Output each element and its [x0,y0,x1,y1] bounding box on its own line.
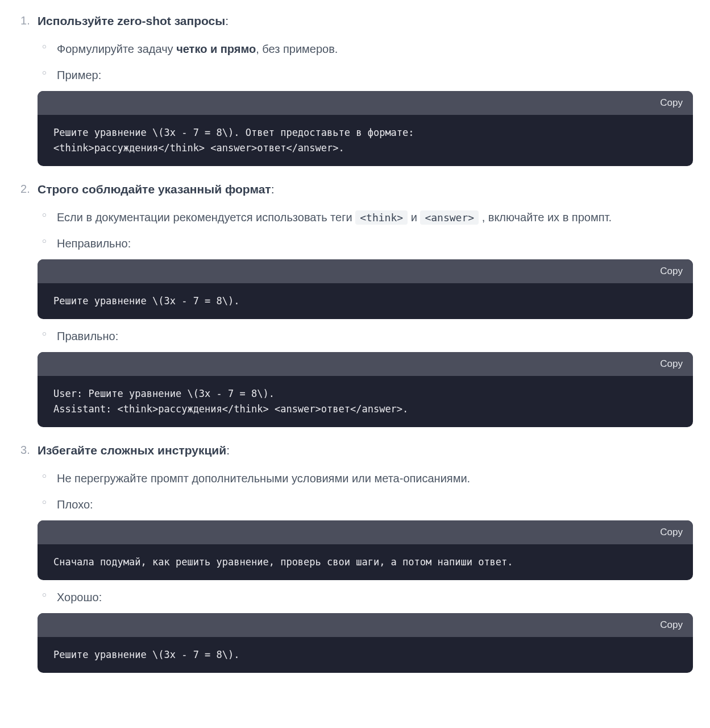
sub-item: Правильно: Copy User: Решите уравнение \… [57,327,693,427]
sub-item: Если в документации рекомендуется исполь… [57,208,693,226]
tip-item-1: Используйте zero-shot запросы: Формулиру… [17,11,693,166]
sub-list: Не перегружайте промпт дополнительными у… [38,469,693,673]
sub-item: Пример: Copy Решите уравнение \(3x - 7 =… [57,66,693,166]
code-body: Решите уравнение \(3x - 7 = 8\). [38,283,693,319]
code-header: Copy [38,352,693,376]
copy-button[interactable]: Copy [660,617,683,632]
sub-label: Не перегружайте промпт дополнительными у… [57,472,470,485]
text-part: Если в документации рекомендуется исполь… [57,211,355,224]
tip-item-3: Избегайте сложных инструкций: Не перегру… [17,441,693,673]
code-header: Copy [38,259,693,283]
sub-item: Не перегружайте промпт дополнительными у… [57,469,693,487]
inline-code: <answer> [420,210,479,225]
tip-heading-suffix: : [226,444,230,457]
inline-code: <think> [355,210,408,225]
tip-heading-bold: Избегайте сложных инструкций [38,444,226,457]
text-part: , без примеров. [256,43,338,55]
text-part: Формулируйте задачу [57,43,176,55]
tip-item-2: Строго соблюдайте указанный формат: Если… [17,180,693,427]
tip-heading-suffix: : [225,14,229,27]
code-body: Сначала подумай, как решить уравнение, п… [38,544,693,580]
code-body: User: Решите уравнение \(3x - 7 = 8\). A… [38,376,693,427]
code-block: Copy Решите уравнение \(3x - 7 = 8\). [38,613,693,673]
sub-label: Плохо: [57,498,93,511]
code-block: Copy Сначала подумай, как решить уравнен… [38,520,693,580]
tip-heading-bold: Используйте zero-shot запросы [38,14,225,27]
sub-item: Плохо: Copy Сначала подумай, как решить … [57,495,693,580]
sub-label: Хорошо: [57,591,102,603]
tip-heading: Строго соблюдайте указанный формат: [38,180,693,199]
code-header: Copy [38,520,693,544]
tip-heading-suffix: : [271,183,275,196]
code-header: Copy [38,91,693,115]
code-block: Copy Решите уравнение \(3x - 7 = 8\). [38,259,693,319]
sub-item: Неправильно: Copy Решите уравнение \(3x … [57,234,693,319]
code-block: Copy User: Решите уравнение \(3x - 7 = 8… [38,352,693,427]
tips-list: Используйте zero-shot запросы: Формулиру… [17,11,693,673]
code-block: Copy Решите уравнение \(3x - 7 = 8\). От… [38,91,693,166]
sub-list: Формулируйте задачу четко и прямо, без п… [38,40,693,166]
sub-list: Если в документации рекомендуется исполь… [38,208,693,428]
copy-button[interactable]: Copy [660,356,683,371]
copy-button[interactable]: Copy [660,95,683,110]
sub-label: Пример: [57,69,101,81]
code-body: Решите уравнение \(3x - 7 = 8\). [38,637,693,673]
copy-button[interactable]: Copy [660,263,683,279]
sub-label: Неправильно: [57,237,131,250]
code-header: Copy [38,613,693,637]
tip-heading: Используйте zero-shot запросы: [38,11,693,31]
text-part: , включайте их в промпт. [482,211,612,224]
tip-heading: Избегайте сложных инструкций: [38,441,693,460]
tip-heading-bold: Строго соблюдайте указанный формат [38,183,271,196]
text-part-bold: четко и прямо [176,43,256,55]
code-body: Решите уравнение \(3x - 7 = 8\). Ответ п… [38,115,693,166]
text-part: и [411,211,421,224]
sub-item: Формулируйте задачу четко и прямо, без п… [57,40,693,58]
copy-button[interactable]: Copy [660,524,683,540]
sub-label: Правильно: [57,330,118,342]
sub-item: Хорошо: Copy Решите уравнение \(3x - 7 =… [57,588,693,673]
